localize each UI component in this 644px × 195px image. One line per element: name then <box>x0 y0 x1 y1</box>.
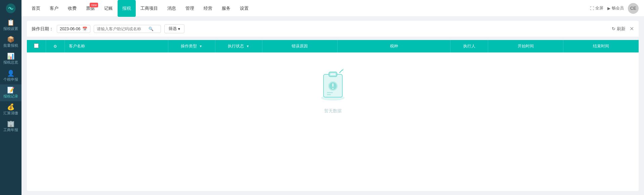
svg-point-1 <box>10 8 12 9</box>
svg-rect-5 <box>330 73 336 75</box>
nav-item-guanli[interactable]: 管理 <box>181 0 199 17</box>
check-all-checkbox[interactable] <box>34 43 39 48</box>
sidebar-icon-baoshui-zonlan: 📊 <box>7 53 14 59</box>
sidebar-item-baoshui-zonlan[interactable]: 📊报税总览 <box>0 50 22 67</box>
user-avatar[interactable]: CE <box>628 3 639 14</box>
nav-item-piao[interactable]: 票据new <box>81 0 99 17</box>
refresh-button[interactable]: ↻ 刷新 <box>612 26 626 32</box>
svg-rect-13 <box>327 94 331 95</box>
fullscreen-icon: ⛶ <box>590 6 594 11</box>
sidebar-item-huisuan-jiaona[interactable]: 💰汇算清缴 <box>0 101 22 118</box>
navbar-right: ⛶ 全屏 ▶ 畅会员 CE <box>590 3 639 14</box>
toolbar-right: ↻ 刷新 ✕ <box>612 26 634 32</box>
th-error: 错误原因 <box>262 40 337 52</box>
nav-item-home[interactable]: 首页 <box>27 0 45 17</box>
play-icon: ▶ <box>607 6 610 11</box>
search-input[interactable] <box>97 27 147 31</box>
sidebar: (function() { const data = JSON.parse(do… <box>0 0 22 195</box>
sidebar-item-gongshang-nianbao[interactable]: 🏢工商年报 <box>0 118 22 135</box>
nav-item-jiz[interactable]: 记账 <box>99 0 118 17</box>
status-filter-icon[interactable]: ▼ <box>246 44 250 48</box>
nav-item-jingying[interactable]: 经营 <box>199 0 217 17</box>
svg-rect-8 <box>332 83 333 87</box>
fullscreen-btn[interactable]: ⛶ 全屏 <box>590 5 603 11</box>
sidebar-icon-geshuishenb: 👤 <box>7 70 14 76</box>
nav-item-customer[interactable]: 客户 <box>45 0 63 17</box>
refresh-icon: ↻ <box>612 26 615 31</box>
empty-icon <box>316 66 350 104</box>
navbar: (function() { const data = JSON.parse(do… <box>22 0 644 17</box>
refresh-label: 刷新 <box>617 26 626 32</box>
sidebar-item-piliang-baoshui[interactable]: 📦批量报税 <box>0 34 22 50</box>
optype-filter-icon[interactable]: ▼ <box>199 44 202 48</box>
sidebar-item-baoshui-shezhi[interactable]: 📋报税设置 <box>0 17 22 34</box>
date-label: 操作日期： <box>32 26 53 32</box>
svg-line-10 <box>340 70 342 73</box>
th-start-label: 开始时间 <box>518 44 534 48</box>
sidebar-label-baoshui-shezhi: 报税设置 <box>3 27 18 31</box>
nav-item-shoufei[interactable]: 收费 <box>63 0 81 17</box>
th-end-label: 结束时间 <box>593 44 609 48</box>
fullscreen-label: 全屏 <box>595 5 603 11</box>
filter-label: 筛选 <box>169 26 177 32</box>
sidebar-icon-huisuan-jiaona: 💰 <box>7 104 14 110</box>
sidebar-icon-baoshui-shezhi: 📋 <box>7 20 14 26</box>
close-button[interactable]: ✕ <box>630 26 634 32</box>
empty-state: 暂无数据 <box>27 52 639 127</box>
th-status: 执行状态 ▼ <box>215 40 262 52</box>
nav-badge-piao: new <box>90 3 98 8</box>
chevron-down-icon: ▾ <box>178 27 180 31</box>
sidebar-icon-piliang-baoshui: 📦 <box>7 36 14 42</box>
th-taxtype-label: 税种 <box>390 44 398 48</box>
th-error-label: 错误原因 <box>292 44 308 48</box>
data-table: ⚙ 客户名称 操作类型 ▼ 执行状态 ▼ <box>27 40 639 127</box>
nav-item-baoshui[interactable]: 报税 <box>118 0 136 17</box>
th-executor: 执行人 <box>450 40 488 52</box>
table-body: 暂无数据 <box>27 52 639 127</box>
filter-button[interactable]: 筛选 ▾ <box>164 24 184 33</box>
gear-icon[interactable]: ⚙ <box>53 44 57 49</box>
table-header-row: ⚙ 客户名称 操作类型 ▼ 执行状态 ▼ <box>27 40 639 52</box>
toolbar: 操作日期： 2023-06-06 📅 🔍 筛选 ▾ ↻ 刷新 ✕ <box>27 21 639 37</box>
date-input[interactable]: 2023-06-06 📅 <box>57 25 90 33</box>
search-icon: 🔍 <box>148 27 154 31</box>
sidebar-item-geshuishenb[interactable]: 👤个税申报 <box>0 68 22 84</box>
date-value: 2023-06-06 <box>60 27 80 31</box>
empty-text: 暂无数据 <box>324 108 342 114</box>
member-btn[interactable]: ▶ 畅会员 <box>607 5 624 11</box>
th-end: 结束时间 <box>563 40 639 52</box>
th-name-label: 客户名称 <box>69 44 85 48</box>
sidebar-label-baoshui-jilu: 报税记录 <box>3 94 18 99</box>
nav-item-shezhi[interactable]: 设置 <box>235 0 253 17</box>
th-start: 开始时间 <box>488 40 563 52</box>
main-area: (function() { const data = JSON.parse(do… <box>22 0 644 195</box>
sidebar-icon-gongshang-nianbao: 🏢 <box>7 121 14 127</box>
page-content: 操作日期： 2023-06-06 📅 🔍 筛选 ▾ ↻ 刷新 ✕ <box>22 17 644 195</box>
th-optype-label: 操作类型 <box>181 44 197 48</box>
sidebar-icon-baoshui-jilu: 📝 <box>7 87 14 93</box>
th-status-label: 执行状态 <box>228 44 244 48</box>
sidebar-label-huisuan-jiaona: 汇算清缴 <box>3 111 18 115</box>
th-gear: ⚙ <box>46 40 65 52</box>
nav-item-xiaoxi[interactable]: 消息 <box>163 0 181 17</box>
calendar-icon: 📅 <box>82 27 87 31</box>
svg-marker-11 <box>342 69 344 71</box>
search-box: 🔍 <box>94 25 161 33</box>
user-initials: CE <box>630 6 636 11</box>
empty-row: 暂无数据 <box>27 52 639 127</box>
th-checkbox <box>27 40 46 52</box>
sidebar-logo <box>0 0 22 17</box>
nav-item-fuwu[interactable]: 服务 <box>217 0 235 17</box>
sidebar-label-gongshang-nianbao: 工商年报 <box>3 128 18 132</box>
sidebar-item-baoshui-jilu[interactable]: 📝报税记录 <box>0 84 22 101</box>
svg-point-9 <box>332 88 334 89</box>
sidebar-label-piliang-baoshui: 批量报税 <box>3 43 18 48</box>
sidebar-label-baoshui-zonlan: 报税总览 <box>3 60 18 65</box>
th-taxtype: 税种 <box>337 40 450 52</box>
th-name: 客户名称 <box>65 40 168 52</box>
table-container: ⚙ 客户名称 操作类型 ▼ 执行状态 ▼ <box>27 40 639 191</box>
nav-item-gongshang[interactable]: 工商项目 <box>136 0 163 17</box>
th-executor-label: 执行人 <box>463 44 475 48</box>
member-label: 畅会员 <box>612 5 624 11</box>
th-optype: 操作类型 ▼ <box>168 40 215 52</box>
